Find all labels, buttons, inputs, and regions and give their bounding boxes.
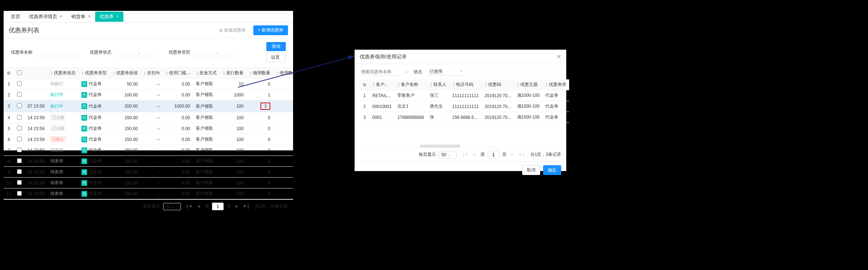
last-page-icon[interactable]: >｜ (242, 203, 252, 209)
add-button[interactable]: + 新增优惠券 (253, 25, 288, 35)
distribute-button[interactable]: ⊕ 发放优惠券 (214, 25, 250, 35)
next-page-icon[interactable]: > (509, 152, 515, 157)
voucher-icon: 代 (81, 137, 87, 142)
status-badge: 执行中 (50, 104, 63, 109)
voucher-icon: 代 (81, 115, 87, 121)
table-row[interactable]: 3 0001 17666666666 张 156 6666 6... 20191… (360, 112, 569, 123)
row-checkbox[interactable] (17, 148, 22, 152)
modal-search-input[interactable] (360, 68, 399, 76)
sort-icon[interactable]: ▲▼ (545, 82, 548, 87)
row-checkbox[interactable] (17, 126, 22, 130)
row-checkbox[interactable] (17, 169, 22, 174)
voucher-icon: 代 (81, 126, 87, 132)
close-icon[interactable]: ✕ (59, 14, 63, 19)
sort-icon[interactable]: ▲▼ (430, 82, 433, 87)
discount-column: ▲▼折扣% (141, 68, 163, 79)
table-row[interactable]: 1 RETAIL... 零散客户 张三 11111111111 2019120 … (360, 90, 569, 101)
table-row[interactable]: 5 14 23:59 已过期 代代金券 150.00 -- 0.00 客户领取 … (4, 123, 293, 134)
per-page-select[interactable]: 50 ⌄ (163, 203, 181, 210)
filter-status-label: 优惠券状态 (90, 49, 111, 55)
filter-name-input[interactable] (35, 49, 79, 56)
sort-icon[interactable]: ▲▼ (484, 82, 487, 87)
search-button[interactable]: 查询 (266, 42, 286, 51)
modal-status-select[interactable]: 已使用⌄ (428, 68, 464, 76)
horizontal-scrollbar[interactable] (360, 145, 561, 148)
sort-icon[interactable]: ▲▼ (249, 71, 252, 76)
table-row[interactable]: 3 07 23:59 执行中 代代金券 200.00 -- 1000.00 客户… (4, 100, 293, 112)
sort-icon[interactable]: ▲▼ (196, 71, 199, 76)
next-page-icon[interactable]: > (234, 204, 239, 209)
table-row[interactable]: 8 14 23:59 待发布 代代金券 150.00 -- 0.00 客户领取 … (4, 156, 293, 167)
row-checkbox[interactable] (17, 92, 22, 97)
type-column: ▲▼优惠券类 (542, 79, 569, 90)
table-row[interactable]: 10 14 23:59 待发布 代代金券 150.00 -- 0.00 客户领取… (4, 178, 293, 188)
tab-销货单[interactable]: 销货单✕ (67, 12, 95, 22)
main-panel: 首页优惠券详情页✕销货单✕优惠券✕ 优惠券列表 ⊕ 发放优惠券 + 新增优惠券 … (4, 11, 293, 150)
row-checkbox[interactable] (17, 81, 22, 86)
sort-icon[interactable]: ▲▼ (50, 71, 53, 76)
select-all-checkbox[interactable] (17, 70, 22, 75)
prev-page-icon[interactable]: < (196, 204, 202, 209)
close-icon[interactable]: ✕ (88, 14, 91, 19)
table: ⚙ ▲▼优惠券状态 ▲▼优惠券类型 ▲▼优惠券面值 ▲▼折扣% ▲▼使用门槛..… (4, 68, 293, 199)
method-column: ▲▼发放方式 (193, 68, 220, 79)
table-row[interactable]: 9 14 23:59 待发布 代代金券 150.00 -- 0.00 客户领取 … (4, 167, 293, 178)
first-page-icon[interactable]: ｜< (184, 203, 194, 209)
filter-status-select[interactable]: ⌄ (114, 49, 158, 56)
voucher-icon: 代 (81, 103, 87, 109)
voucher-icon: 代 (81, 158, 87, 164)
table-row[interactable]: 7 14 23:59 待发布 代代金券 150.00 -- 0.00 客户领取 … (4, 145, 293, 156)
table-row[interactable]: 1 待执行 代代金券 50.00 -- 0.00 客户领取 10 0 0 ⇱⊞ (4, 79, 293, 90)
table-row[interactable]: 11 14 23:59 待发布 代代金券 150.00 -- 0.00 客户领取… (4, 188, 293, 199)
sort-icon[interactable]: ▲▼ (397, 82, 400, 87)
usage-modal: 优惠券领用/使用记录 ✕ ⌕ 状态 已使用⌄ ⚙ ▲▼客户... ▲▼客户名称 … (355, 50, 566, 171)
tab-优惠券详情页[interactable]: 优惠券详情页✕ (25, 12, 67, 22)
modal-page-input[interactable] (488, 151, 499, 158)
chevron-down-icon: ⌄ (137, 50, 140, 54)
table-row[interactable]: 2 00010001 北京1 唐先生 11111111111 2019120 7… (360, 101, 569, 112)
modal-per-page-select[interactable]: 50 ⌄ (439, 151, 457, 158)
first-page-icon[interactable]: ｜< (460, 151, 469, 158)
confirm-button[interactable]: 确定 (543, 165, 561, 175)
sort-icon[interactable]: ▲▼ (223, 71, 225, 76)
cancel-button[interactable]: 取消 (522, 165, 540, 175)
row-checkbox[interactable] (17, 103, 22, 108)
tab-首页[interactable]: 首页 (7, 12, 25, 22)
sort-icon[interactable]: ▲▼ (144, 71, 147, 76)
cid-column: ▲▼客户... (369, 79, 394, 90)
row-checkbox[interactable] (17, 115, 22, 120)
time-column (25, 68, 47, 79)
gear-column: ⚙ (4, 68, 14, 79)
search-icon[interactable]: ⌕ (405, 69, 408, 74)
sort-icon[interactable]: ▲▼ (276, 71, 279, 76)
sort-icon[interactable]: ▲▼ (165, 71, 168, 76)
modal-page-total: 共1页，3条记录 (530, 151, 561, 158)
row-checkbox[interactable] (17, 191, 22, 196)
sort-icon[interactable]: ▲▼ (113, 71, 115, 76)
page-input[interactable] (212, 203, 224, 210)
tab-优惠券[interactable]: 优惠券✕ (95, 12, 123, 22)
sort-icon[interactable]: ▲▼ (372, 82, 375, 87)
gear-icon[interactable]: ⚙ (7, 71, 11, 76)
gear-icon[interactable]: ⚙ (363, 82, 367, 87)
last-page-icon[interactable]: >｜ (518, 151, 528, 158)
threshold-column: ▲▼使用门槛... (162, 68, 193, 79)
sort-icon[interactable]: ▲▼ (452, 82, 455, 87)
filter-type-select[interactable]: ⌄ (193, 49, 237, 56)
prev-page-icon[interactable]: < (472, 152, 478, 157)
row-checkbox[interactable] (17, 158, 22, 163)
close-icon[interactable]: ✕ (556, 53, 561, 60)
status-badge: 待发布 (50, 191, 63, 196)
settings-button[interactable]: 设置 (266, 53, 286, 62)
sort-icon[interactable]: ▲▼ (81, 71, 84, 76)
status-badge: 已过期 (50, 125, 66, 131)
table-row[interactable]: 6 14 23:59 已终止 代代金券 150.00 -- 0.00 客户领取 … (4, 134, 293, 145)
chevron-down-icon: ⌄ (216, 50, 219, 54)
voucher-icon: 代 (81, 169, 87, 175)
table-row[interactable]: 2 执行中 代代金券 100.00 -- 0.00 客户领取 1000 1 0 … (4, 90, 293, 100)
table-row[interactable]: 4 14 23:59 已过期 代代金券 150.00 -- 0.00 客户领取 … (4, 112, 293, 123)
row-checkbox[interactable] (17, 137, 22, 141)
sort-icon[interactable]: ▲▼ (517, 82, 520, 87)
close-icon[interactable]: ✕ (116, 14, 119, 19)
row-checkbox[interactable] (17, 180, 22, 185)
